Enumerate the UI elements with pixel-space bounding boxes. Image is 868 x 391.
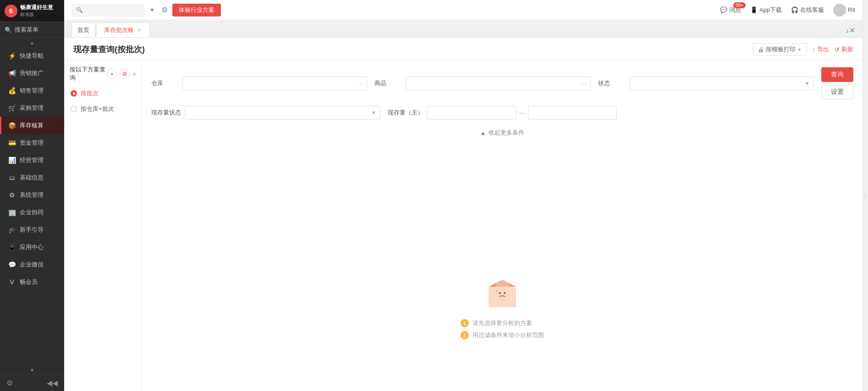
tab-inventory-label: 库存批次账 <box>104 26 134 34</box>
online-service-label: 在线客服 <box>800 6 824 14</box>
settings-filter-btn[interactable]: ⚙ <box>120 69 130 79</box>
app-download-btn[interactable]: 📱 App下载 <box>750 6 782 14</box>
tab-inventory-batch[interactable]: 库存批次账 × <box>96 22 150 37</box>
purchase-icon: 🛒 <box>8 104 16 112</box>
filter-option-batch[interactable]: 按批次 <box>64 86 142 101</box>
topbar-search-box[interactable]: 🔍 <box>71 4 145 16</box>
print-dropdown-icon: ▼ <box>797 47 802 52</box>
operations-icon: 📊 <box>8 156 16 164</box>
filter-field-inventory-status: 现存量状态 ▼ <box>151 106 380 119</box>
collapse-more-btn[interactable]: ▲ 收起更多条件 <box>151 126 853 140</box>
sidebar-item-system[interactable]: ⚙ 系统管理 <box>0 186 64 204</box>
sidebar-item-inventory[interactable]: 📦 库存核算 <box>0 117 64 134</box>
svg-point-8 <box>489 295 493 299</box>
sidebar-item-weixin[interactable]: 💬 企业微信 <box>0 256 64 273</box>
product-input[interactable]: ··· <box>406 76 590 90</box>
messages-btn[interactable]: 💬 消息 99+ <box>720 6 741 14</box>
svg-point-4 <box>496 288 509 301</box>
filter-option-batch-label: 按批次 <box>81 89 99 98</box>
basic-icon: 🗂 <box>8 174 16 182</box>
inventory-icon: 📦 <box>8 121 16 130</box>
settings-btn[interactable]: 设置 <box>821 85 853 99</box>
query-btn[interactable]: 查询 <box>821 67 853 82</box>
sidebar-item-label: 营销推广 <box>20 69 44 77</box>
sidebar-item-label: 销售管理 <box>20 87 44 95</box>
status-select[interactable]: ▼ <box>629 76 814 90</box>
empty-steps: 1 请先选择要分析的方案 2 用过滤条件来缩小分析范围 <box>461 319 544 339</box>
online-service-btn[interactable]: 🎧 在线客服 <box>791 6 824 14</box>
product-text-input[interactable] <box>406 77 577 90</box>
collapse-sidebar-icon[interactable]: ◀◀ <box>47 379 58 387</box>
filter-radio-batch <box>71 90 77 97</box>
enterprise-icon: 🏢 <box>8 208 16 217</box>
export-btn[interactable]: ↑ 导出 <box>813 45 830 54</box>
sidebar-item-guide[interactable]: 🎓 新手引导 <box>0 221 64 239</box>
apps-icon: 📱 <box>8 243 16 251</box>
sidebar-item-apps[interactable]: 📱 应用中心 <box>0 239 64 256</box>
sidebar-item-label: 应用中心 <box>20 243 44 251</box>
svg-point-7 <box>496 290 498 293</box>
scroll-down-btn[interactable]: ▼ <box>0 365 64 375</box>
close-all-tabs-btn[interactable]: ✕ <box>849 26 855 35</box>
product-more-btn[interactable]: ··· <box>578 80 590 87</box>
sidebar-item-label: 采购管理 <box>20 104 44 112</box>
empty-step-1: 1 请先选择要分析的方案 <box>461 319 544 327</box>
inventory-qty-min[interactable] <box>427 106 516 119</box>
inventory-qty-max[interactable] <box>528 106 617 119</box>
sidebar-item-enterprise[interactable]: 🏢 企业协同 <box>0 204 64 221</box>
inventory-qty-range: — <box>427 106 617 119</box>
topbar-gear-btn[interactable]: ⚙ <box>161 5 168 14</box>
sidebar-item-basic[interactable]: 🗂 基础信息 <box>0 169 64 186</box>
marketing-icon: 📢 <box>8 69 16 77</box>
phone-icon: 📱 <box>750 6 758 13</box>
step-num-1: 1 <box>461 319 469 327</box>
warehouse-text-input[interactable] <box>183 77 354 90</box>
sidebar-item-finance[interactable]: 💳 资金管理 <box>0 134 64 152</box>
sidebar-item-label: 经营管理 <box>20 156 44 164</box>
collapse-icon: ▲ <box>480 130 486 136</box>
sidebar-item-marketing[interactable]: 📢 营销推广 <box>0 65 64 82</box>
trial-btn[interactable]: 体验行业方案 <box>172 4 221 16</box>
filter-field-product: 商品 ··· <box>374 76 590 90</box>
print-template-btn[interactable]: 🖨 按模板打印 ▼ <box>753 43 807 56</box>
user-profile-btn[interactable]: Rit <box>833 4 855 16</box>
refresh-btn[interactable]: ↺ 刷新 <box>835 45 853 54</box>
message-icon: 💬 <box>720 6 727 13</box>
sidebar-item-purchase[interactable]: 🛒 采购管理 <box>0 99 64 117</box>
collapse-filter-sidebar-btn[interactable]: « <box>132 70 136 77</box>
filter-option-warehouse-batch[interactable]: 按仓库+批次 <box>64 101 142 117</box>
warehouse-more-btn[interactable]: ··· <box>354 80 367 87</box>
right-panel-handle[interactable]: | <box>863 0 868 391</box>
sidebar-item-label: 畅会员 <box>20 278 38 286</box>
warehouse-input[interactable]: ··· <box>182 76 367 90</box>
topbar-dropdown-btn[interactable]: ▼ <box>149 7 155 13</box>
finance-icon: 💳 <box>8 139 16 147</box>
tab-home[interactable]: 首页 <box>71 22 95 37</box>
filter-main: 仓库 ··· 商品 ··· <box>142 60 863 215</box>
sidebar-item-label: 企业微信 <box>20 261 44 269</box>
expand-right-btn[interactable]: › <box>846 26 849 35</box>
sidebar-item-member[interactable]: V 畅会员 <box>0 273 64 291</box>
sidebar-item-operations[interactable]: 📊 经营管理 <box>0 152 64 169</box>
step-2-text: 用过滤条件来缩小分析范围 <box>472 331 544 339</box>
search-small-icon: 🔍 <box>76 7 83 13</box>
step-1-text: 请先选择要分析的方案 <box>472 319 532 327</box>
empty-state: 1 请先选择要分析的方案 2 用过滤条件来缩小分析范围 <box>142 215 863 391</box>
settings-footer-icon[interactable]: ⚙ <box>6 379 13 387</box>
tab-close-btn[interactable]: × <box>137 27 142 33</box>
search-menu[interactable]: 🔍 搜索菜单 <box>0 22 64 38</box>
refresh-icon: ↺ <box>835 46 840 53</box>
sidebar-item-sales[interactable]: 💰 销售管理 <box>0 82 64 99</box>
sidebar-item-label: 企业协同 <box>20 208 44 217</box>
search-menu-label: 搜索菜单 <box>15 26 38 34</box>
print-icon: 🖨 <box>758 46 764 53</box>
print-label: 按模板打印 <box>766 45 796 54</box>
sidebar-item-quick-nav[interactable]: ⚡ 快捷导航 <box>0 47 64 65</box>
svg-point-6 <box>504 292 505 294</box>
headset-icon: 🎧 <box>791 6 798 13</box>
add-filter-btn[interactable]: + <box>107 69 117 79</box>
scroll-up-btn[interactable]: ▲ <box>0 38 64 47</box>
range-separator: — <box>519 109 525 116</box>
inventory-status-select[interactable]: ▼ <box>185 106 380 119</box>
sidebar-header: 6 畅康通好生意 标准版 <box>0 0 64 22</box>
